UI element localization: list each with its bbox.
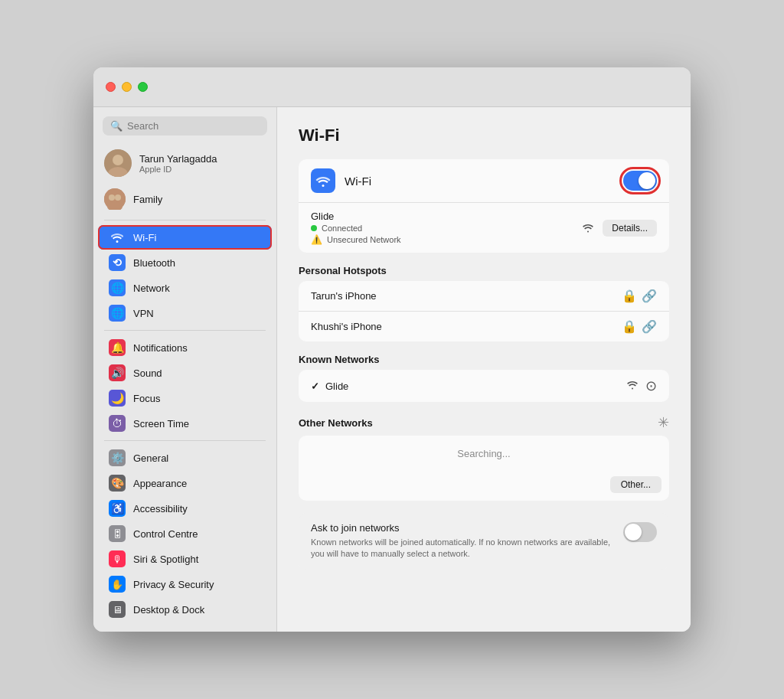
- more-options-icon[interactable]: ⊙: [645, 377, 657, 394]
- details-button[interactable]: Details...: [603, 220, 657, 237]
- toggle-thumb: [639, 172, 655, 189]
- sidebar-label-sound: Sound: [133, 367, 162, 379]
- wifi-toggle[interactable]: [623, 171, 657, 191]
- sidebar-label-screen-time: Screen Time: [133, 418, 189, 430]
- sidebar-divider-3: [104, 440, 266, 441]
- sidebar-label-general: General: [133, 452, 168, 464]
- maximize-button[interactable]: [138, 82, 148, 92]
- family-avatar: [104, 188, 126, 210]
- wifi-toggle-card: Wi-Fi Glide Connected: [299, 159, 669, 253]
- network-status-unsecured: ⚠️ Unsecured Network: [311, 234, 573, 245]
- titlebar: [93, 67, 691, 107]
- profile-name: Tarun Yarlagadda: [139, 153, 217, 165]
- search-box[interactable]: 🔍: [103, 116, 267, 136]
- sidebar-label-appearance: Appearance: [133, 478, 187, 489]
- appearance-icon: 🎨: [109, 475, 126, 492]
- sidebar-item-control-centre[interactable]: 🎛 Control Centre: [98, 521, 272, 546]
- ask-join-toggle[interactable]: [623, 522, 657, 542]
- hotspot-icons-khushi: 🔒 🔗: [622, 319, 657, 334]
- other-button[interactable]: Other...: [610, 476, 662, 493]
- screen-time-icon: ⏱: [109, 415, 126, 432]
- main-content: Wi-Fi Wi-Fi: [277, 107, 691, 632]
- wifi-toggle-label: Wi-Fi: [345, 175, 614, 188]
- page-title: Wi-Fi: [299, 126, 669, 145]
- sidebar-item-appearance[interactable]: 🎨 Appearance: [98, 471, 272, 495]
- siri-icon: 🎙: [109, 550, 126, 567]
- known-wifi-icon: [626, 379, 639, 393]
- sidebar-item-privacy-security[interactable]: ✋ Privacy & Security: [98, 572, 272, 596]
- checkmark-icon: ✓: [311, 381, 319, 392]
- loading-spinner: ✳: [658, 414, 669, 431]
- sidebar: 🔍 Tarun Yarlagadda Apple ID: [93, 107, 277, 632]
- sound-icon: 🔊: [109, 364, 126, 381]
- sidebar-item-accessibility[interactable]: ♿ Accessibility: [98, 496, 272, 521]
- lock-icon-tarun: 🔒: [622, 289, 637, 303]
- sidebar-item-focus[interactable]: 🌙 Focus: [98, 386, 272, 410]
- sidebar-label-notifications: Notifications: [133, 342, 188, 354]
- ask-join-description: Known networks will be joined automatica…: [311, 537, 614, 560]
- sidebar-label-vpn: VPN: [133, 308, 154, 319]
- known-network-icons: ⊙: [626, 377, 657, 394]
- search-input[interactable]: [127, 120, 260, 132]
- lock-icon-khushi: 🔒: [622, 319, 637, 334]
- profile-item[interactable]: Tarun Yarlagadda Apple ID: [93, 145, 276, 181]
- sidebar-item-wifi[interactable]: Wi-Fi: [98, 225, 272, 250]
- desktop-dock-icon: 🖥: [109, 601, 126, 618]
- sidebar-label-accessibility: Accessibility: [133, 503, 188, 514]
- hotspot-row-tarun[interactable]: Tarun's iPhone 🔒 🔗: [299, 281, 669, 311]
- general-icon: ⚙️: [109, 449, 126, 466]
- ask-join-toggle-thumb: [625, 524, 642, 541]
- minimize-button[interactable]: [122, 82, 132, 92]
- bluetooth-icon: ⟲: [109, 254, 126, 271]
- warning-icon: ⚠️: [311, 234, 322, 245]
- sidebar-label-control-centre: Control Centre: [133, 528, 198, 540]
- status-unsecured-text: Unsecured Network: [327, 235, 401, 244]
- sidebar-item-screen-time[interactable]: ⏱ Screen Time: [98, 411, 272, 436]
- personal-hotspots-title: Personal Hotspots: [299, 265, 669, 276]
- ask-join-title: Ask to join networks: [311, 522, 614, 534]
- search-icon: 🔍: [110, 120, 122, 132]
- sidebar-label-wifi: Wi-Fi: [133, 232, 156, 243]
- focus-icon: 🌙: [109, 390, 126, 407]
- hotspot-row-khushi[interactable]: Khushi's iPhone 🔒 🔗: [299, 312, 669, 341]
- sidebar-label-desktop-dock: Desktop & Dock: [133, 604, 204, 616]
- sidebar-item-vpn[interactable]: 🌐 VPN: [98, 301, 272, 325]
- avatar: [104, 149, 132, 177]
- sidebar-item-network[interactable]: 🌐 Network: [98, 276, 272, 300]
- sidebar-item-sound[interactable]: 🔊 Sound: [98, 361, 272, 385]
- privacy-icon: ✋: [109, 576, 126, 593]
- close-button[interactable]: [106, 82, 116, 92]
- sidebar-item-bluetooth[interactable]: ⟲ Bluetooth: [98, 250, 272, 275]
- window-content: 🔍 Tarun Yarlagadda Apple ID: [93, 107, 691, 632]
- control-centre-icon: 🎛: [109, 525, 126, 542]
- sidebar-divider-1: [104, 220, 266, 220]
- sidebar-label-bluetooth: Bluetooth: [133, 257, 175, 269]
- wifi-large-icon: [311, 168, 335, 193]
- sidebar-item-notifications[interactable]: 🔔 Notifications: [98, 335, 272, 360]
- sidebar-label-network: Network: [133, 283, 170, 294]
- sidebar-item-general[interactable]: ⚙️ General: [98, 446, 272, 470]
- hotspot-icons-tarun: 🔒 🔗: [622, 289, 657, 303]
- sidebar-divider-2: [104, 330, 266, 331]
- svg-point-4: [109, 194, 115, 201]
- sidebar-label-privacy-security: Privacy & Security: [133, 579, 214, 590]
- sidebar-item-desktop-dock[interactable]: 🖥 Desktop & Dock: [98, 597, 272, 622]
- network-status-connected: Connected: [311, 224, 573, 233]
- sidebar-label-siri-spotlight: Siri & Spotlight: [133, 554, 198, 565]
- known-network-row-glide[interactable]: ✓ Glide ⊙: [299, 370, 669, 402]
- known-networks-title: Known Networks: [299, 354, 669, 365]
- sidebar-item-siri-spotlight[interactable]: 🎙 Siri & Spotlight: [98, 547, 272, 571]
- family-item[interactable]: Family: [93, 185, 276, 214]
- network-icon: 🌐: [109, 279, 126, 296]
- status-connected-text: Connected: [322, 224, 362, 233]
- family-label: Family: [133, 194, 162, 205]
- connected-dot: [311, 225, 317, 231]
- hotspot-name-tarun: Tarun's iPhone: [311, 290, 616, 302]
- profile-subtitle: Apple ID: [139, 165, 217, 174]
- wifi-icon: [109, 229, 126, 246]
- other-btn-row: Other...: [299, 472, 669, 501]
- sidebar-label-focus: Focus: [133, 393, 160, 404]
- wifi-toggle-row: Wi-Fi: [299, 159, 669, 202]
- accessibility-icon: ♿: [109, 500, 126, 517]
- svg-point-1: [113, 155, 123, 165]
